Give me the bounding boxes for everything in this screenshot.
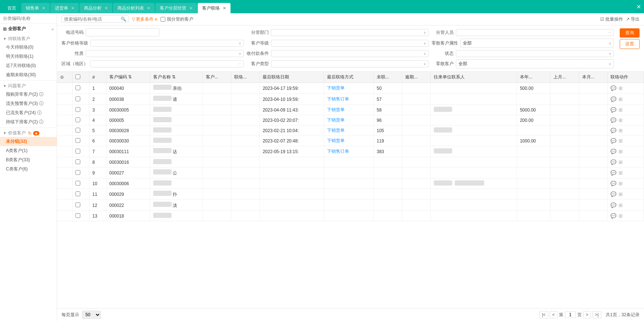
grid-action-icon[interactable]: ⊞ <box>619 202 623 208</box>
sidebar-group-problem[interactable]: ▼ 问题客户 <box>0 81 57 90</box>
contact-method-link[interactable]: 下销货单 <box>327 138 345 143</box>
sidebar-search-input[interactable] <box>3 16 57 21</box>
row-select-checkbox[interactable] <box>75 149 80 154</box>
chat-icon[interactable]: 💬 <box>610 191 616 197</box>
tab-purchase[interactable]: 进货单 ✕ <box>50 3 79 13</box>
reset-button[interactable]: 设置 <box>620 39 640 49</box>
row-checkbox[interactable] <box>73 179 89 189</box>
settings-column-header[interactable]: ⚙ <box>57 72 73 83</box>
sidebar-search-bar[interactable]: 🔍 <box>0 13 57 24</box>
more-conditions-button[interactable]: ▽ 更多条件 ∧ <box>132 16 158 22</box>
checkbox-column-header[interactable] <box>73 72 89 83</box>
chat-icon[interactable]: 💬 <box>610 159 616 165</box>
price-level-select[interactable]: ∨ <box>90 40 244 47</box>
row-checkbox[interactable] <box>73 211 89 221</box>
contact-method-link[interactable]: 下销货单 <box>327 85 345 91</box>
row-select-checkbox[interactable] <box>75 181 80 186</box>
row-checkbox[interactable] <box>73 167 89 179</box>
close-customer-segment-tab[interactable]: ✕ <box>189 6 193 11</box>
chat-icon[interactable]: 💬 <box>610 170 616 176</box>
chat-icon[interactable]: 💬 <box>610 149 616 154</box>
select-all-checkbox[interactable] <box>75 74 80 79</box>
tab-customer-contact[interactable]: 客户联络 ✕ <box>198 3 230 13</box>
my-customers-checkbox[interactable]: 我分管的客户 <box>161 16 193 22</box>
chat-icon[interactable]: 💬 <box>610 138 616 144</box>
row-checkbox[interactable] <box>73 105 89 115</box>
row-select-checkbox[interactable] <box>75 85 80 90</box>
sidebar-item-class-c[interactable]: C类客户(6) <box>0 165 57 174</box>
name-column-header[interactable]: 客户名称 ⇅ <box>150 72 203 83</box>
row-checkbox[interactable] <box>73 115 89 126</box>
grid-action-icon[interactable]: ⊞ <box>619 181 623 186</box>
tab-customer-segment[interactable]: 客户分层经营 ✕ <box>155 3 197 13</box>
all-customers-header[interactable]: ⊞ 全部客户 « <box>0 24 57 34</box>
tab-sales[interactable]: 销售单 ✕ <box>21 3 50 13</box>
close-purchase-tab[interactable]: ✕ <box>71 6 74 11</box>
row-select-checkbox[interactable] <box>75 159 80 164</box>
tab-product-analysis-list[interactable]: 商品分析列表 ✕ <box>113 3 155 13</box>
code-column-header[interactable]: 客户编码 ⇅ <box>106 72 150 83</box>
dept-select[interactable]: ∨ <box>271 29 429 36</box>
grid-action-icon[interactable]: ⊞ <box>619 138 623 144</box>
sidebar-item-ungrouped[interactable]: 未分组(32) <box>0 137 57 146</box>
last-contact-method-column-header[interactable]: 最后联络方式 <box>324 72 374 83</box>
grid-action-icon[interactable]: ⊞ <box>619 213 623 219</box>
batch-operation-button[interactable]: ☑ 批量操作 <box>600 16 623 22</box>
sidebar-item-churn-warning[interactable]: 流失预警客户(3) ⓘ <box>0 99 57 108</box>
chat-icon[interactable]: 💬 <box>610 128 616 133</box>
last-contact-date-column-header[interactable]: 最后联络日期 <box>260 72 324 83</box>
row-checkbox[interactable] <box>73 136 89 146</box>
last-month-column-header[interactable]: 上月... <box>550 72 579 83</box>
sidebar-group-value[interactable]: ▼ 价值客户 ↻ ● <box>0 128 57 137</box>
sidebar-item-today-pending[interactable]: 今天待联络(0) <box>0 43 57 52</box>
chat-icon[interactable]: 💬 <box>610 117 616 123</box>
sidebar-item-class-b[interactable]: B类客户(33) <box>0 155 57 165</box>
customer-type-select[interactable]: ∨ <box>271 60 429 67</box>
contact-method-link[interactable]: 下销货单 <box>327 117 345 123</box>
customer-level-select[interactable]: ∨ <box>271 40 429 47</box>
last-page-button[interactable]: >| <box>592 311 601 318</box>
row-checkbox[interactable] <box>73 157 89 167</box>
filter-search-box[interactable]: 🔍 <box>61 15 129 23</box>
chat-icon[interactable]: 💬 <box>610 107 616 113</box>
close-window-button[interactable]: ✕ <box>636 3 641 10</box>
close-sales-tab[interactable]: ✕ <box>42 6 45 11</box>
close-customer-contact-tab[interactable]: ✕ <box>223 6 226 11</box>
grid-action-icon[interactable]: ⊞ <box>619 159 623 165</box>
row-select-checkbox[interactable] <box>75 213 80 218</box>
type-column-header[interactable]: 客户... <box>203 72 231 83</box>
zero-attr-select[interactable]: 全部∨ <box>460 39 614 48</box>
contact-column-header[interactable]: 联络... <box>231 72 260 83</box>
this-year-column-header[interactable]: 本年... <box>517 72 550 83</box>
overdue-column-header[interactable]: 逾期... <box>402 72 430 83</box>
per-page-select[interactable]: 50 100 <box>82 311 101 319</box>
contact-method-link[interactable]: 下销售订单 <box>327 96 349 102</box>
chat-icon[interactable]: 💬 <box>610 202 616 208</box>
region-select[interactable]: ··· <box>90 60 244 67</box>
nature-select[interactable]: ∨ <box>86 50 244 57</box>
unit-contact-column-header[interactable]: 往来单位联系人 <box>430 72 517 83</box>
chat-icon[interactable]: 💬 <box>610 85 616 91</box>
row-select-checkbox[interactable] <box>75 96 80 101</box>
export-button[interactable]: ↗ 导出 <box>626 16 640 22</box>
search-input[interactable] <box>64 17 119 22</box>
sidebar-item-churned[interactable]: 已流失客户(24) ⓘ <box>0 108 57 117</box>
sidebar-item-7day-pending[interactable]: 近7天待联络(0) <box>0 61 57 70</box>
close-product-analysis-tab[interactable]: ✕ <box>105 6 108 11</box>
page-number-input[interactable] <box>565 311 576 318</box>
grid-action-icon[interactable]: ⊞ <box>619 128 623 133</box>
row-checkbox[interactable] <box>73 83 89 94</box>
row-select-checkbox[interactable] <box>75 107 80 112</box>
this-month-column-header[interactable]: 本月... <box>579 72 607 83</box>
grid-action-icon[interactable]: ⊞ <box>619 149 623 154</box>
refresh-icon[interactable]: ↻ <box>28 131 32 136</box>
row-select-checkbox[interactable] <box>75 191 80 196</box>
grid-action-icon[interactable]: ⊞ <box>619 107 623 113</box>
chat-icon[interactable]: 💬 <box>610 181 616 186</box>
sidebar-group-pending[interactable]: ▼ 待联络客户 <box>0 34 57 43</box>
contact-method-link[interactable]: 下销售订单 <box>327 149 349 154</box>
sidebar-item-declining[interactable]: 持续下滑客户(2) ⓘ <box>0 117 57 127</box>
row-checkbox[interactable] <box>73 146 89 157</box>
row-checkbox[interactable] <box>73 126 89 136</box>
my-customers-check[interactable] <box>161 17 165 22</box>
